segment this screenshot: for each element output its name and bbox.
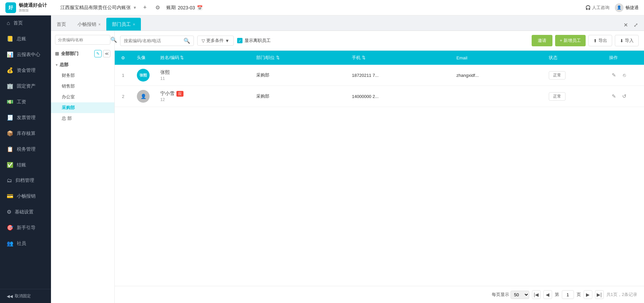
invite-button[interactable]: 邀请 xyxy=(532,35,552,46)
calendar-icon[interactable]: 📅 xyxy=(197,5,203,10)
company-chevron-icon: ▼ xyxy=(133,5,137,10)
tab-employee[interactable]: 部门员工 × xyxy=(106,18,141,31)
tab-expand-button[interactable]: ⤢ xyxy=(631,20,640,29)
app-sub: 旗舰版 xyxy=(19,8,47,13)
col-settings[interactable]: ⚙ xyxy=(115,51,131,65)
sidebar-item-settings[interactable]: ⚙ 基础设置 xyxy=(0,204,51,220)
home-icon: ⌂ xyxy=(7,20,10,26)
dept-collapse-button[interactable]: ≪ xyxy=(103,50,110,57)
col-name-code[interactable]: 姓名/编码 ⇅ xyxy=(155,51,251,65)
dept-node-finance[interactable]: 财务部 xyxy=(51,70,114,81)
sidebar-item-invoice[interactable]: 🧾 发票管理 xyxy=(0,110,51,125)
sidebar-label-reports: 云报表中心 xyxy=(17,52,40,58)
dept-node-head[interactable]: 总 部 xyxy=(51,113,114,124)
page-last-button[interactable]: ▶| xyxy=(595,290,604,299)
row1-avatar-cell: 张熙 xyxy=(131,65,155,86)
employee-search-icon[interactable]: 🔍 xyxy=(183,38,190,44)
dept-search-box[interactable]: 🔍 xyxy=(55,35,110,45)
sidebar-item-archive[interactable]: 🗂 归档管理 xyxy=(0,173,51,188)
show-resigned-checkbox[interactable] xyxy=(237,38,243,43)
dept-tree-list: ▼ 总部 财务部 销售部 办公室 采购部 xyxy=(51,59,114,299)
dept-label-sales: 销售部 xyxy=(62,83,75,89)
row2-avatar: 👤 xyxy=(137,90,150,103)
sidebar-item-assets-mgmt[interactable]: 💰 资金管理 xyxy=(0,62,51,78)
row2-email xyxy=(451,86,543,107)
tab-bar: 首页 小畅报销 × 部门员工 × ✕ ⤢ xyxy=(51,15,644,31)
page-prev-button[interactable]: ◀ xyxy=(543,290,552,299)
archive-icon: 🗂 xyxy=(7,178,12,184)
tab-expense-label: 小畅报销 xyxy=(77,21,96,28)
sidebar-item-staff[interactable]: 👥 社员 xyxy=(0,236,51,251)
page-suffix: 页 xyxy=(577,292,581,298)
sidebar-item-checkout[interactable]: ✅ 结账 xyxy=(0,157,51,173)
dept-node-sales[interactable]: 销售部 xyxy=(51,81,114,92)
row2-num: 2 xyxy=(115,86,131,107)
export-label: 导出 xyxy=(598,38,607,44)
export-button[interactable]: ⬆ 导出 xyxy=(588,35,612,46)
support-button[interactable]: 🎧 人工咨询 xyxy=(585,5,609,11)
show-resigned-toggle[interactable]: 显示离职员工 xyxy=(237,38,271,44)
page-size-select[interactable]: 每页显示 50 10 20 100 xyxy=(492,291,529,299)
row2-name: 宁小雪 xyxy=(160,91,174,97)
left-arrow-icon: ◀◀ xyxy=(7,294,13,299)
sidebar-label-invoice: 发票管理 xyxy=(17,115,36,121)
row1-logout-button[interactable]: ⎋ xyxy=(620,70,629,80)
sidebar-item-payroll[interactable]: 💵 工资 xyxy=(0,94,51,110)
sidebar-item-guide[interactable]: 🎯 新手引导 xyxy=(0,220,51,236)
row1-edit-button[interactable]: ✎ xyxy=(609,70,619,80)
period-area: 账期 2023-03 📅 xyxy=(166,5,203,11)
dept-tree-panel: 🔍 ⊞ 全部部门 ✎ ≪ ▼ xyxy=(51,31,115,303)
row2-phone: 14000000 2... xyxy=(346,86,451,107)
sidebar-item-reports[interactable]: 📊 云报表中心 xyxy=(0,47,51,62)
more-filter-button[interactable]: ▽ 更多条件 ▼ xyxy=(197,36,234,46)
row2-name-code: 宁小雪 应 12 xyxy=(160,91,183,102)
employee-search-box[interactable]: 🔍 xyxy=(120,36,194,46)
tab-expense-close-icon[interactable]: × xyxy=(98,22,101,27)
import-button[interactable]: ⬇ 导入 xyxy=(615,35,639,46)
sidebar-item-fixed-assets[interactable]: 🏢 固定资产 xyxy=(0,78,51,94)
dept-node-purchase[interactable]: 采购部 xyxy=(51,102,114,113)
reports-icon: 📊 xyxy=(7,51,13,58)
table-row: 2 👤 宁小雪 xyxy=(115,86,644,107)
page-number-input[interactable] xyxy=(562,290,574,299)
unpin-button[interactable]: ◀◀ 取消固定 xyxy=(0,289,51,303)
guide-icon: 🎯 xyxy=(7,224,13,231)
sidebar-item-tax[interactable]: 📋 税务管理 xyxy=(0,141,51,157)
row2-edit-button[interactable]: ✎ xyxy=(609,92,619,101)
dept-edit-button[interactable]: ✎ xyxy=(94,50,102,57)
employee-table-container: ⚙ 头像 姓名/编码 ⇅ 部门/职位 ⇅ xyxy=(115,51,644,286)
dept-search-input[interactable] xyxy=(58,38,108,42)
dept-root-label[interactable]: 全部部门 xyxy=(61,51,78,57)
row2-refresh-button[interactable]: ↺ xyxy=(620,92,629,101)
tab-expense[interactable]: 小畅报销 × xyxy=(72,18,106,31)
pagination-bar: 每页显示 50 10 20 100 |◀ ◀ 第 页 xyxy=(115,286,644,303)
per-page-dropdown[interactable]: 50 10 20 100 xyxy=(511,291,529,299)
dept-node-general[interactable]: ▼ 总部 xyxy=(51,59,114,70)
sidebar-item-inventory[interactable]: 📦 库存核算 xyxy=(0,125,51,141)
page-next-button[interactable]: ▶ xyxy=(584,290,592,299)
employee-search-input[interactable] xyxy=(124,38,181,43)
tab-home[interactable]: 首页 xyxy=(51,18,72,31)
sidebar-item-home[interactable]: ⌂ 首页 xyxy=(0,15,51,31)
row1-actions-cell: ✎ ⎋ xyxy=(604,65,644,86)
company-select[interactable]: 江西服宝精品有限责任公司内账张 ▼ xyxy=(60,5,137,11)
add-tab-button[interactable]: + xyxy=(141,4,149,12)
tab-employee-close-icon[interactable]: × xyxy=(133,22,135,27)
sidebar-item-expense[interactable]: 💳 小畅报销 xyxy=(0,188,51,204)
content-area: 首页 小畅报销 × 部门员工 × ✕ ⤢ 🔍 xyxy=(51,15,644,303)
col-phone[interactable]: 手机 ⇅ xyxy=(346,51,451,65)
sidebar-label-ledger: 总账 xyxy=(17,36,26,42)
sidebar-label-home: 首页 xyxy=(13,20,23,26)
add-employee-button[interactable]: + 新增员工 xyxy=(555,35,586,46)
settings-gear-button[interactable]: ⚙ xyxy=(153,3,162,12)
col-dept[interactable]: 部门/职位 ⇅ xyxy=(251,51,347,65)
sidebar-item-ledger[interactable]: 📒 总账 xyxy=(0,31,51,47)
user-area[interactable]: 👤 畅捷通 xyxy=(615,3,639,12)
tab-close-window-button[interactable]: ✕ xyxy=(621,20,630,29)
page-first-button[interactable]: |◀ xyxy=(532,290,541,299)
dept-header-left: ⊞ 全部部门 xyxy=(55,51,78,57)
dept-node-office[interactable]: 办公室 xyxy=(51,92,114,102)
sidebar: ⌂ 首页 📒 总账 📊 云报表中心 💰 资金管理 🏢 固定资产 💵 工资 🧾 发… xyxy=(0,15,51,303)
tax-icon: 📋 xyxy=(7,146,13,152)
row1-code: 11 xyxy=(160,76,246,81)
